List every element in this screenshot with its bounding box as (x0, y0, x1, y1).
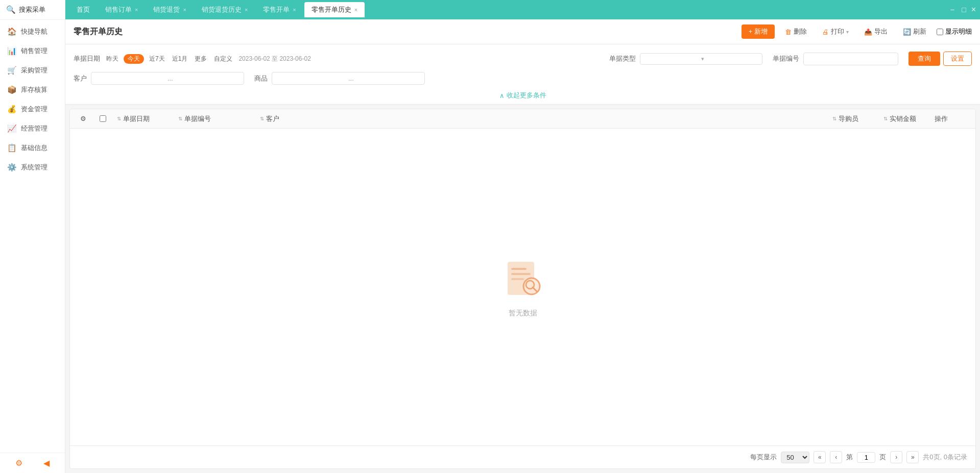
customer-dots[interactable]: ... (168, 74, 240, 82)
prev-icon: ‹ (835, 454, 837, 461)
filter-row-2: 客户 ... 商品 ... (74, 72, 972, 85)
goods-dots[interactable]: ... (348, 74, 420, 82)
tab-return-history-close[interactable]: × (245, 7, 248, 13)
tab-sales-order[interactable]: 销售订单 × (98, 2, 145, 17)
print-button[interactable]: 🖨 打印 ▾ (817, 25, 854, 38)
sidebar-item-base-info[interactable]: 📋 基础信息 (0, 138, 65, 158)
sidebar-item-inventory[interactable]: 📦 库存核算 (0, 80, 65, 99)
inventory-icon: 📦 (7, 85, 17, 94)
tab-return-goods[interactable]: 销货退货 × (146, 2, 193, 17)
th-setting[interactable]: ⚙ (74, 115, 92, 122)
sort-guide-icon[interactable]: ⇅ (832, 116, 836, 121)
tab-retail-open[interactable]: 零售开单 × (256, 2, 303, 17)
pagination-total: 共0页, 0条记录 (923, 453, 967, 462)
shortcut-more[interactable]: 更多 (193, 54, 209, 64)
sidebar-nav: 🏠 快捷导航 📊 销售管理 🛒 采购管理 📦 库存核算 💰 资金管理 📈 经营管… (0, 20, 65, 453)
th-date: ⇅ 单据日期 (113, 114, 174, 123)
sidebar-item-operations[interactable]: 📈 经营管理 (0, 119, 65, 138)
tab-bar: 首页 销售订单 × 销货退货 × 销货退货历史 × 零售开单 × 零售开单历史 … (65, 0, 980, 19)
sidebar-item-quick-nav[interactable]: 🏠 快捷导航 (0, 22, 65, 41)
content-area: 零售开单历史 + 新增 🗑 删除 🖨 打印 ▾ 📤 导出 🔄 (65, 19, 980, 473)
customer-filter: 客户 ... (74, 72, 244, 85)
sidebar-item-purchase-mgmt[interactable]: 🛒 采购管理 (0, 61, 65, 80)
nav-label-operations: 经营管理 (21, 124, 47, 133)
select-all-checkbox[interactable] (100, 115, 106, 122)
sidebar-search-label: 搜索采单 (19, 5, 45, 14)
tab-sales-order-close[interactable]: × (135, 7, 138, 13)
home-icon: 🏠 (7, 27, 17, 36)
last-page-btn[interactable]: » (906, 451, 919, 463)
th-order-no: ⇅ 单据编号 (174, 114, 256, 123)
sales-icon: 📊 (7, 46, 17, 56)
sidebar-item-sys-mgmt[interactable]: ⚙️ 系统管理 (0, 158, 65, 177)
tab-home[interactable]: 首页 (69, 2, 97, 17)
th-amount: ⇅ 实销金额 (879, 114, 930, 123)
svg-rect-1 (511, 268, 527, 270)
order-no-input[interactable] (803, 53, 898, 65)
tab-retail-open-close[interactable]: × (293, 7, 296, 13)
next-icon: › (895, 454, 897, 461)
sidebar-search[interactable]: 🔍 搜索采单 (0, 0, 65, 20)
sort-amount-icon[interactable]: ⇅ (883, 116, 888, 121)
operations-icon: 📈 (7, 124, 17, 133)
delete-icon: 🗑 (785, 28, 792, 36)
shortcut-last7[interactable]: 近7天 (147, 54, 167, 64)
window-close[interactable]: × (971, 5, 976, 14)
order-type-filter: 单据类型 ▾ (609, 53, 762, 65)
window-maximize[interactable]: □ (962, 6, 966, 14)
sort-orderno-icon[interactable]: ⇅ (178, 116, 182, 121)
export-button[interactable]: 📤 导出 (859, 25, 893, 38)
customer-select[interactable]: ... (91, 72, 244, 85)
display-detail-checkbox-wrapper[interactable]: 显示明细 (937, 27, 972, 36)
order-type-arrow-icon: ▾ (701, 56, 758, 62)
search-icon: 🔍 (6, 5, 16, 14)
export-label: 导出 (874, 27, 888, 36)
tab-return-history[interactable]: 销货退货历史 × (195, 2, 255, 17)
tab-retail-history-close[interactable]: × (354, 7, 357, 13)
tab-sales-order-label: 销售订单 (105, 5, 132, 14)
refresh-icon: 🔄 (903, 28, 911, 36)
display-detail-checkbox[interactable] (937, 29, 943, 35)
th-checkbox[interactable] (92, 115, 113, 122)
pagination: 每页显示 50 20 100 200 « ‹ 第 1 页 › (70, 445, 975, 468)
order-type-select[interactable]: ▾ (640, 53, 762, 65)
goods-select[interactable]: ... (272, 72, 425, 85)
add-button[interactable]: + 新增 (742, 24, 775, 39)
window-minimize[interactable]: － (948, 5, 957, 15)
toolbar: + 新增 🗑 删除 🖨 打印 ▾ 📤 导出 🔄 刷新 (742, 24, 972, 39)
next-page-btn[interactable]: › (890, 451, 902, 463)
shortcut-custom[interactable]: 自定义 (212, 54, 234, 64)
refresh-button[interactable]: 🔄 刷新 (898, 25, 931, 38)
order-no-filter: 单据编号 (773, 53, 898, 65)
sidebar: 🔍 搜索采单 🏠 快捷导航 📊 销售管理 🛒 采购管理 📦 库存核算 💰 资金管… (0, 0, 65, 473)
finance-icon: 💰 (7, 105, 17, 114)
tab-return-goods-close[interactable]: × (183, 7, 186, 13)
shortcut-today[interactable]: 今天 (124, 54, 144, 64)
collapse-label: 收起更多条件 (507, 91, 546, 100)
customer-label: 客户 (74, 74, 87, 83)
prev-page-btn[interactable]: ‹ (830, 451, 842, 463)
window-controls: － □ × (948, 5, 976, 15)
first-page-btn[interactable]: « (814, 451, 826, 463)
collapse-sidebar-icon[interactable]: ◀ (43, 458, 50, 468)
tab-retail-history[interactable]: 零售开单历史 × (304, 2, 365, 17)
page-number-input[interactable]: 1 (857, 452, 875, 463)
sidebar-item-finance[interactable]: 💰 资金管理 (0, 99, 65, 119)
settings-icon[interactable]: ⚙ (15, 458, 22, 468)
collapse-more-btn[interactable]: ∧ 收起更多条件 (74, 91, 972, 100)
sidebar-item-sales-mgmt[interactable]: 📊 销售管理 (0, 41, 65, 61)
shortcut-yesterday[interactable]: 昨天 (104, 54, 121, 64)
sort-customer-icon[interactable]: ⇅ (260, 116, 264, 121)
sort-date-icon[interactable]: ⇅ (117, 116, 121, 121)
sidebar-footer: ⚙ ◀ (0, 453, 65, 473)
tab-retail-open-label: 零售开单 (263, 5, 290, 14)
setting-button[interactable]: 设置 (943, 52, 972, 66)
shortcut-last-month[interactable]: 近1月 (170, 54, 190, 64)
query-button[interactable]: 查询 (909, 52, 940, 66)
sys-icon: ⚙️ (7, 163, 17, 172)
th-customer: ⇅ 客户 (256, 114, 828, 123)
per-page-select[interactable]: 50 20 100 200 (781, 452, 809, 463)
delete-button[interactable]: 🗑 删除 (780, 25, 812, 38)
order-no-label: 单据编号 (773, 54, 799, 63)
th-action-label: 操作 (935, 114, 948, 123)
